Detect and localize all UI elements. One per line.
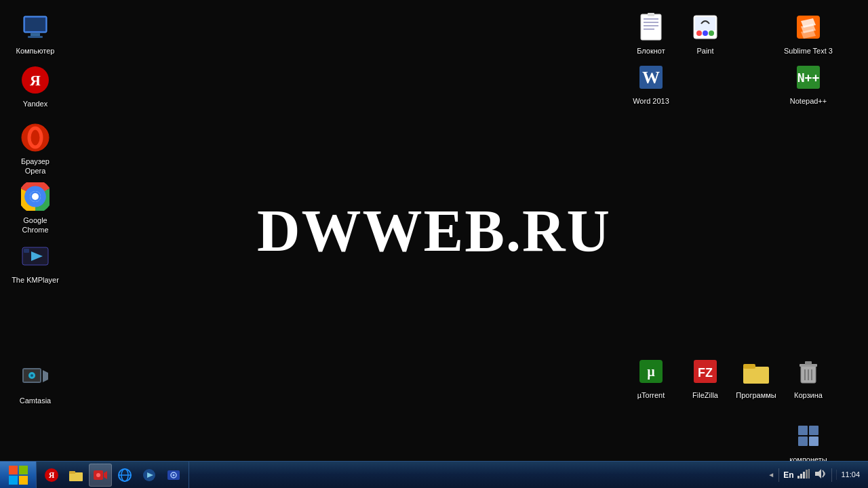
svg-rect-2 [25, 18, 45, 31]
svg-point-14 [32, 193, 39, 200]
icon-image-programmy [740, 355, 772, 388]
svg-text:FZ: FZ [698, 366, 713, 380]
taskbar-yandex-button[interactable]: Я [40, 464, 63, 487]
svg-rect-62 [19, 476, 28, 485]
desktop-icon-blocknot[interactable]: Блокнот [624, 8, 678, 58]
desktop-icon-opera[interactable]: Браузер Opera [8, 119, 62, 179]
svg-text:µ: µ [647, 364, 655, 380]
system-tray: ◄ En 11:04 [764, 462, 868, 488]
icon-label-sublimetext: Sublime Text 3 [784, 46, 833, 56]
icon-image-camtasia [19, 361, 52, 393]
svg-rect-28 [644, 28, 654, 30]
taskbar-folder-button[interactable] [64, 464, 87, 487]
quick-launch-area: Я [37, 462, 189, 488]
icon-label-word2013: Word 2013 [633, 96, 669, 106]
taskbar-capture-button[interactable] [162, 464, 185, 487]
icon-label-utorrent: µTorrent [637, 390, 665, 400]
svg-text:Я: Я [30, 72, 41, 89]
desktop-icon-camtasia[interactable]: Camtasia [8, 358, 62, 408]
icon-image-blocknot [635, 11, 667, 43]
ie-taskbar-icon [117, 468, 132, 483]
icon-label-blocknot: Блокнот [637, 46, 665, 56]
icon-image-notepadpp: N++ [792, 61, 825, 94]
folder-taskbar-icon [68, 468, 83, 483]
icon-label-camtasia: Camtasia [20, 396, 51, 405]
desktop-icon-komponety[interactable]: компонеты [781, 417, 835, 467]
svg-rect-57 [798, 436, 808, 446]
icon-image-word2013: W [635, 61, 667, 94]
svg-rect-59 [9, 466, 18, 474]
desktop-icon-utorrent[interactable]: µµTorrent [624, 352, 678, 403]
icon-image-yandex: Я [19, 64, 52, 96]
svg-rect-51 [805, 361, 812, 365]
tray-language-indicator[interactable]: En [783, 470, 793, 480]
start-button[interactable] [0, 462, 37, 489]
svg-marker-68 [104, 471, 107, 479]
desktop: DWWEB.RU КомпьютерЯYandexБраузер OperaGo… [0, 0, 868, 461]
svg-point-23 [31, 374, 33, 377]
tray-signal-icon [796, 468, 811, 482]
icon-label-opera: Браузер Opera [11, 157, 60, 176]
yandex-taskbar-icon: Я [44, 468, 59, 483]
svg-rect-60 [19, 466, 28, 474]
icon-image-utorrent: µ [635, 355, 667, 388]
svg-rect-81 [806, 470, 808, 479]
tray-separator-1 [778, 468, 779, 482]
taskbar-camrec-button[interactable] [89, 464, 112, 487]
desktop-icon-korzina[interactable]: Корзина [781, 352, 835, 403]
desktop-icon-yandex[interactable]: ЯYandex [8, 61, 62, 111]
desktop-icon-kompyuter[interactable]: Компьютер [8, 8, 62, 58]
desktop-icon-filezilla[interactable]: FZFileZilla [678, 352, 732, 403]
desktop-icon-kmplayer[interactable]: The KMPlayer [8, 237, 62, 287]
icon-image-kompyuter [19, 11, 52, 43]
capture-taskbar-icon [166, 468, 181, 483]
svg-point-77 [173, 474, 175, 476]
icon-label-chrome: Google Chrome [11, 216, 60, 235]
desktop-icon-chrome[interactable]: Google Chrome [8, 178, 62, 238]
svg-rect-56 [809, 426, 818, 435]
tray-time: 11:04 [841, 470, 860, 479]
desktop-icon-sublimetext[interactable]: Sublime Text 3 [781, 8, 835, 58]
svg-rect-80 [803, 472, 805, 479]
svg-point-33 [703, 30, 708, 36]
svg-marker-83 [815, 469, 821, 479]
svg-point-32 [696, 30, 702, 36]
svg-rect-4 [28, 36, 43, 38]
desktop-icon-word2013[interactable]: WWord 2013 [624, 58, 678, 108]
icon-label-paint: Paint [696, 46, 713, 56]
svg-text:W: W [642, 68, 660, 87]
svg-rect-78 [797, 476, 800, 479]
svg-rect-55 [798, 426, 808, 435]
svg-rect-82 [808, 469, 810, 479]
icon-label-kmplayer: The KMPlayer [12, 275, 59, 285]
svg-rect-27 [644, 25, 658, 26]
media-taskbar-icon [142, 468, 157, 483]
svg-rect-58 [809, 436, 818, 446]
svg-rect-25 [644, 18, 658, 20]
taskbar-media-button[interactable] [138, 464, 161, 487]
tray-clock[interactable]: 11:04 [836, 470, 864, 479]
desktop-icon-programmy[interactable]: Программы [729, 352, 783, 403]
tray-expand-button[interactable]: ◄ [768, 471, 774, 479]
svg-text:N++: N++ [797, 70, 820, 85]
windows-logo-icon [7, 464, 29, 486]
icon-image-komponety [792, 420, 825, 452]
icon-image-sublimetext [792, 11, 825, 43]
desktop-icon-notepadpp[interactable]: N++Notepad++ [781, 58, 835, 108]
desktop-icon-paint[interactable]: Paint [678, 8, 732, 58]
svg-marker-20 [43, 370, 48, 382]
tray-volume-icon[interactable] [814, 468, 827, 482]
icon-image-opera [19, 121, 52, 154]
icon-label-filezilla: FileZilla [692, 390, 718, 400]
svg-rect-18 [24, 249, 29, 253]
taskbar-ie-button[interactable] [113, 464, 136, 487]
svg-rect-3 [31, 33, 40, 36]
icon-label-yandex: Yandex [23, 99, 48, 108]
svg-rect-24 [641, 14, 661, 40]
svg-rect-31 [695, 17, 715, 30]
svg-rect-48 [743, 364, 755, 369]
icon-image-korzina [792, 355, 825, 388]
svg-rect-79 [800, 474, 802, 479]
icon-image-kmplayer [19, 240, 52, 272]
camrec-taskbar-icon [93, 468, 108, 483]
